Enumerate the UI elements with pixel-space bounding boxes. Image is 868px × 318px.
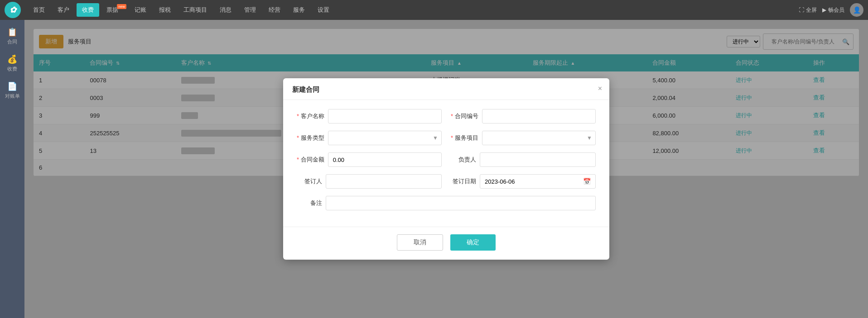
notes-input[interactable] [326, 196, 596, 210]
service-item-select-wrap: ▼ [482, 131, 596, 145]
contract-no-label: 合同编号 [451, 112, 478, 120]
form-row-5: 备注 [297, 196, 596, 210]
main-area: 📋 合同 💰 收费 📄 对账单 新增 服务项目 进行中 [0, 20, 868, 318]
contract-icon: 📋 [7, 27, 17, 37]
dialog-close-button[interactable]: × [598, 85, 602, 93]
nav-bookkeeping[interactable]: 记账 [129, 3, 152, 17]
notes-label: 备注 [297, 199, 322, 207]
sign-date-label: 签订日期 [451, 177, 476, 185]
dialog-footer: 取消 确定 [283, 227, 609, 260]
form-group-amount: 合同金额 [297, 152, 442, 167]
new-contract-dialog: 新建合同 × 客户名称 合同编号 [283, 78, 609, 260]
nav-service[interactable]: 服务 [288, 3, 310, 17]
nav-message[interactable]: 消息 [214, 3, 237, 17]
nav-items: 首页 客户 收费 票据 new 记账 报税 工商项目 消息 管理 经营 服务 设… [28, 3, 799, 17]
sign-date-value: 2023-06-06 [485, 178, 515, 185]
form-row-4: 签订人 签订日期 2023-06-06 📅 [297, 174, 596, 189]
modal-overlay: 新建合同 × 客户名称 合同编号 [24, 20, 868, 318]
contract-no-input[interactable] [482, 109, 596, 123]
customer-name-input[interactable] [328, 109, 442, 123]
form-row-2: 服务类型 ▼ 服务项目 ▼ [297, 131, 596, 145]
app-logo: ✿ [5, 2, 21, 18]
nav-operations[interactable]: 经营 [263, 3, 286, 17]
billing-icon: 💰 [7, 54, 17, 64]
form-group-service-item: 服务项目 ▼ [451, 131, 596, 145]
sidebar-item-billing[interactable]: 💰 收费 [1, 51, 24, 76]
sign-date-picker[interactable]: 2023-06-06 📅 [480, 174, 596, 189]
customer-name-label: 客户名称 [297, 112, 324, 120]
nav-invoice[interactable]: 票据 new [101, 3, 127, 17]
confirm-button[interactable]: 确定 [450, 234, 496, 251]
service-type-select-wrap: ▼ [328, 131, 442, 145]
amount-input[interactable] [328, 152, 442, 167]
statement-icon: 📄 [7, 81, 17, 91]
dialog-body: 客户名称 合同编号 服务类型 [283, 100, 609, 227]
sidebar: 📋 合同 💰 收费 📄 对账单 [0, 20, 24, 318]
form-group-contract-no: 合同编号 [451, 109, 596, 123]
top-navigation: ✿ 首页 客户 收费 票据 new 记账 报税 工商项目 消息 管理 经营 服务… [0, 0, 868, 20]
form-group-customer: 客户名称 [297, 109, 442, 123]
service-type-label: 服务类型 [297, 134, 324, 142]
form-group-notes: 备注 [297, 196, 596, 210]
sidebar-item-statement[interactable]: 📄 对账单 [1, 78, 24, 103]
member-button[interactable]: ▶ 畅会员 [822, 6, 844, 14]
form-group-signer: 签订人 [297, 174, 442, 189]
nav-tax[interactable]: 报税 [154, 3, 176, 17]
service-item-label: 服务项目 [451, 134, 478, 142]
form-group-service-type: 服务类型 ▼ [297, 131, 442, 145]
form-group-sign-date: 签订日期 2023-06-06 📅 [451, 174, 596, 189]
content-area: 新增 服务项目 进行中 🔍 序号 合同编号 ⇅ [24, 20, 868, 318]
new-badge: new [117, 4, 126, 9]
play-icon: ▶ [822, 7, 826, 13]
nav-business[interactable]: 工商项目 [178, 3, 212, 17]
nav-manage[interactable]: 管理 [239, 3, 261, 17]
fullscreen-icon: ⛶ [799, 7, 804, 13]
nav-home[interactable]: 首页 [28, 3, 50, 17]
nav-right-actions: ⛶ 全屏 ▶ 畅会员 👤 [799, 3, 863, 17]
signer-input[interactable] [326, 174, 442, 189]
sidebar-item-contract[interactable]: 📋 合同 [1, 24, 24, 49]
form-group-responsible: 负责人 [451, 152, 596, 167]
form-row-1: 客户名称 合同编号 [297, 109, 596, 123]
avatar[interactable]: 👤 [850, 3, 863, 17]
responsible-input[interactable] [480, 152, 596, 167]
dialog-header: 新建合同 × [283, 78, 609, 100]
nav-billing[interactable]: 收费 [77, 3, 99, 17]
amount-label: 合同金额 [297, 156, 324, 164]
cancel-button[interactable]: 取消 [397, 234, 443, 251]
form-row-3: 合同金额 负责人 [297, 152, 596, 167]
nav-customer[interactable]: 客户 [52, 3, 75, 17]
calendar-icon[interactable]: 📅 [583, 178, 591, 185]
nav-settings[interactable]: 设置 [312, 3, 335, 17]
service-type-select[interactable] [328, 131, 442, 145]
fullscreen-button[interactable]: ⛶ 全屏 [799, 6, 817, 14]
dialog-title: 新建合同 [292, 85, 319, 93]
service-item-select[interactable] [482, 131, 596, 145]
responsible-label: 负责人 [451, 156, 476, 164]
signer-label: 签订人 [297, 177, 322, 185]
